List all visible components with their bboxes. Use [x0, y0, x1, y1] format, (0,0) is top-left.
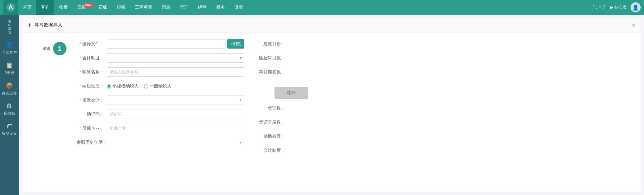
fullscreen-icon: ⛶: [593, 5, 597, 10]
new-badge: new: [84, 3, 93, 7]
sidebar-item-label: 0申报: [5, 70, 14, 75]
memo-label: 助记码：: [77, 111, 107, 117]
nav-messages[interactable]: 消息: [157, 0, 175, 15]
form-fields: 选择文件： +浏览 会计制度：: [77, 39, 244, 160]
tax-type-control: 小规模纳税人 一般纳税人: [107, 81, 244, 91]
nav-invoices[interactable]: 票据 new: [72, 0, 94, 15]
info-section: 建账月份： 匹配科目数： 科目期初数： 建账: [258, 39, 325, 160]
import-panel: ⬆ 导爷数据导入 × 建账 1: [22, 18, 641, 192]
fullscreen-label: 全屏: [598, 5, 606, 10]
fullscreen-button[interactable]: ⛶ 全屏: [593, 5, 606, 10]
accounting-system-row: 会计制度：: [77, 53, 244, 63]
aux-accounting-row: 辅助核算：: [258, 132, 325, 141]
recycle-icon: 🗑: [6, 103, 12, 110]
ledger-name-row: 账簿名称：: [77, 67, 244, 77]
svg-point-0: [6, 3, 15, 12]
accountant-row: 指派会计：: [77, 95, 244, 105]
aux-accounting-value: [288, 132, 325, 141]
voucher-count-value: [288, 104, 325, 113]
initial-subjects-label: 科目期初数：: [258, 69, 288, 75]
accountant-label: 指派会计：: [77, 97, 107, 103]
memo-control: [107, 110, 244, 119]
nav-manage[interactable]: 管理: [175, 0, 193, 15]
build-btn-row: 建账: [258, 83, 325, 99]
sidebar-item-label: 标签设置: [2, 131, 17, 136]
memo-input[interactable]: [107, 110, 244, 119]
ledger-name-input[interactable]: [107, 67, 244, 77]
sidebar-item-tags[interactable]: 🏷 标签设置: [0, 119, 19, 139]
tax-type-row: 纳税性质： 小规模纳税人 一般纳税人: [77, 81, 244, 91]
history-year-label: 参照历史年度：: [77, 139, 110, 145]
nav-bookkeeping[interactable]: 记账: [94, 0, 112, 15]
sidebar-item-recycle[interactable]: 🗑 回收站: [0, 99, 19, 119]
nav-services[interactable]: 服务: [211, 0, 230, 15]
info-accounting-system-label: 会计制度：: [258, 147, 288, 153]
vip-button[interactable]: ▶ 畅会员: [610, 5, 627, 10]
voucher-count-row: 凭证数：: [258, 104, 325, 113]
file-input[interactable]: [107, 39, 226, 49]
ledger-name-label: 账簿名称：: [77, 69, 107, 75]
top-nav: 首页 客户 收费 票据 new 记账 报税 工商项目 消息 管理 经营 服务 设…: [0, 0, 644, 15]
file-field-row: 选择文件： +浏览: [77, 39, 244, 49]
voucher-entries-value: [288, 118, 325, 127]
tax-type-label: 纳税性质：: [77, 83, 107, 89]
main-layout: EaRP 👤 全部客户 📋 0申报 📦 账套迁移 🗑 回收站 🏷 标签设置: [0, 15, 644, 195]
sidebar: EaRP 👤 全部客户 📋 0申报 📦 账套迁移 🗑 回收站 🏷 标签设置: [0, 15, 19, 195]
nav-home[interactable]: 首页: [18, 0, 36, 15]
build-button[interactable]: 建账: [275, 87, 308, 99]
history-year-row: 参照历史年度：: [77, 138, 244, 147]
panel-header: ⬆ 导爷数据导入 ×: [22, 18, 641, 32]
close-button[interactable]: ×: [632, 22, 635, 28]
build-month-value: [288, 39, 325, 49]
step-badge: 1: [53, 42, 66, 55]
step-indicator: 建账 1: [42, 39, 66, 160]
radio-general-input[interactable]: [144, 84, 148, 88]
match-subjects-value: [288, 53, 325, 63]
radio-general-taxpayer[interactable]: 一般纳税人: [144, 83, 171, 89]
browse-button[interactable]: +浏览: [227, 39, 244, 49]
sidebar-item-all-customers[interactable]: 👤 全部客户: [0, 38, 19, 58]
nav-customers[interactable]: 客户: [36, 0, 54, 15]
ledger-name-control: [107, 67, 244, 77]
declaration-icon: 📋: [6, 62, 13, 69]
history-year-control: [110, 138, 244, 147]
vip-label: 畅会员: [614, 5, 627, 10]
radio-small-input[interactable]: [107, 84, 111, 88]
logo[interactable]: [3, 0, 18, 15]
radio-small-taxpayer[interactable]: 小规模纳税人: [107, 83, 139, 89]
nav-right: ⛶ 全屏 ▶ 畅会员 👤: [593, 2, 641, 12]
nav-tax[interactable]: 报税: [112, 0, 130, 15]
avatar[interactable]: 👤: [631, 2, 641, 12]
history-year-select[interactable]: [110, 138, 244, 147]
accounting-system-select[interactable]: [107, 53, 244, 63]
content-area: ⬆ 导爷数据导入 × 建账 1: [19, 15, 644, 195]
match-subjects-label: 匹配科目数：: [258, 55, 288, 61]
accountant-control: [107, 95, 244, 105]
nav-settings[interactable]: 设置: [230, 0, 248, 15]
nav-operations[interactable]: 经营: [193, 0, 211, 15]
sidebar-item-declaration[interactable]: 📋 0申报: [0, 58, 19, 79]
vip-icon: ▶: [610, 5, 613, 10]
brand-text: EaRP: [6, 20, 12, 35]
step-label: 建账: [42, 46, 50, 52]
memo-row: 助记码：: [77, 110, 244, 119]
voucher-entries-label: 凭证分录数：: [258, 119, 288, 125]
match-subjects-row: 匹配科目数：: [258, 53, 325, 63]
aux-accounting-label: 辅助核算：: [258, 133, 288, 139]
accountant-select[interactable]: [107, 95, 244, 105]
company-input[interactable]: [107, 124, 244, 133]
sidebar-item-migration[interactable]: 📦 账套迁移: [0, 79, 19, 99]
voucher-count-label: 凭证数：: [258, 105, 288, 111]
build-month-row: 建账月份：: [258, 39, 325, 49]
panel-title: ⬆ 导爷数据导入: [28, 22, 62, 28]
nav-fees[interactable]: 收费: [54, 0, 72, 15]
sidebar-brand: EaRP: [0, 17, 19, 38]
sidebar-item-label: 账套迁移: [2, 91, 17, 96]
nav-business[interactable]: 工商项目: [130, 0, 157, 15]
company-label: 所属企业：: [77, 125, 107, 131]
info-accounting-system-value: [288, 146, 325, 155]
build-month-label: 建账月份：: [258, 41, 288, 47]
info-accounting-system-row: 会计制度：: [258, 146, 325, 155]
accounting-system-control: [107, 53, 244, 63]
initial-subjects-value: [288, 67, 325, 77]
